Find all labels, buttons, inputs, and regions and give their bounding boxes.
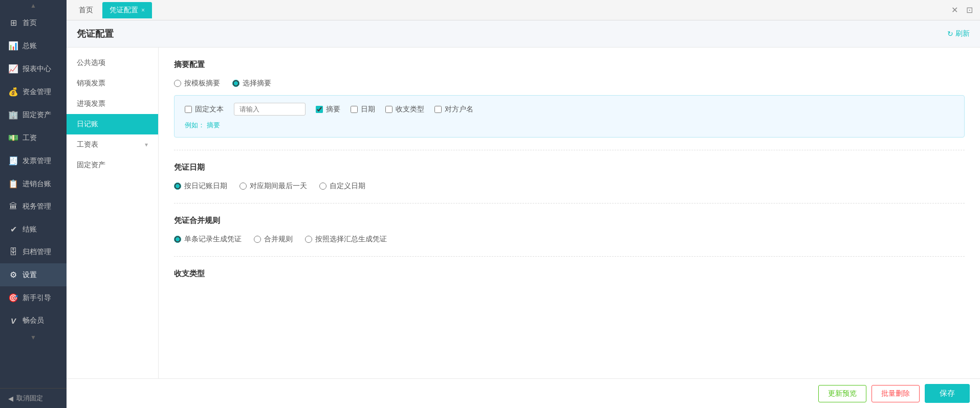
checkbox-fixed-text[interactable]: 固定文本 (185, 105, 224, 114)
sidebar-item-inout[interactable]: 📋 进销台账 (0, 172, 67, 195)
radio-custom-date[interactable]: 自定义日期 (319, 182, 365, 191)
sidebar-item-invoice[interactable]: 🧾 发票管理 (0, 149, 67, 172)
radio-summary-generate-input[interactable] (305, 236, 312, 243)
settings-icon: ⚙ (8, 270, 18, 280)
pin-icon: ◀ (8, 395, 13, 402)
bottom-action-bar: 更新预览 批量删除 保存 (67, 378, 980, 408)
checkbox-counterparty[interactable]: 对方户名 (434, 105, 473, 114)
radio-select-summary-input[interactable] (232, 80, 239, 87)
guide-icon: 🎯 (8, 293, 18, 303)
radio-merge-rule-input[interactable] (254, 236, 261, 243)
summary-config-section: 摘要配置 按模板摘要 选择摘要 (174, 60, 965, 150)
radio-last-day[interactable]: 对应期间最后一天 (239, 182, 307, 191)
summary-config-title: 摘要配置 (174, 60, 965, 70)
sidebar-item-tax[interactable]: 🏛 税务管理 (0, 195, 67, 218)
sidebar-scroll-down[interactable]: ▼ (0, 332, 67, 343)
tabs-bar: 首页 凭证配置 × ✕ ⊡ (67, 0, 980, 20)
sidebar-item-funds[interactable]: 💰 资金管理 (0, 80, 67, 103)
checkbox-fixed-text-input[interactable] (185, 106, 192, 113)
radio-custom-date-input[interactable] (319, 183, 326, 190)
sidebar-item-home[interactable]: ⊞ 首页 (0, 11, 67, 34)
invoice-icon: 🧾 (8, 156, 18, 166)
checkbox-income-type[interactable]: 收支类型 (385, 105, 424, 114)
left-nav: 公共选项 销项发票 进项发票 日记账 工资表 ▾ 固定资产 (67, 48, 159, 378)
radio-select-summary[interactable]: 选择摘要 (232, 79, 271, 88)
sidebar-item-member[interactable]: V 畅会员 (0, 309, 67, 332)
merge-rule-section: 凭证合并规则 单条记录生成凭证 合并规则 按照选择汇总生成凭证 (174, 216, 965, 257)
checkbox-counterparty-input[interactable] (434, 106, 442, 113)
radio-by-journal-date-input[interactable] (174, 183, 181, 190)
example-text: 例如： 摘要 (185, 121, 954, 130)
income-type-section: 收支类型 (174, 269, 965, 300)
sidebar-item-archive[interactable]: 🗄 归档管理 (0, 241, 67, 263)
voucher-date-title: 凭证日期 (174, 163, 965, 172)
home-icon: ⊞ (8, 18, 18, 28)
radio-by-journal-date[interactable]: 按日记账日期 (174, 182, 227, 191)
assets-icon: 🏢 (8, 110, 18, 120)
left-nav-payroll[interactable]: 工资表 ▾ (67, 134, 158, 155)
sidebar-item-guide[interactable]: 🎯 新手引导 (0, 286, 67, 309)
sidebar-scroll-up[interactable]: ▲ (0, 0, 67, 11)
summary-config-box: 固定文本 摘要 日期 (174, 95, 965, 138)
tab-home[interactable]: 首页 (72, 2, 100, 18)
income-type-title: 收支类型 (174, 269, 965, 279)
tab-voucher-config[interactable]: 凭证配置 × (102, 2, 152, 18)
tab-close-button[interactable]: × (141, 7, 145, 14)
left-nav-journal[interactable]: 日记账 (67, 114, 158, 134)
checkbox-date[interactable]: 日期 (351, 105, 375, 114)
merge-rule-radio-group: 单条记录生成凭证 合并规则 按照选择汇总生成凭证 (174, 235, 965, 244)
summary-radio-group: 按模板摘要 选择摘要 (174, 79, 965, 88)
main-area: 首页 凭证配置 × ✕ ⊡ 凭证配置 ↻ 刷新 公共选项 (67, 0, 980, 408)
ledger-icon: 📊 (8, 41, 18, 51)
radio-last-day-input[interactable] (239, 183, 247, 190)
checkbox-date-input[interactable] (351, 106, 358, 113)
merge-rule-title: 凭证合并规则 (174, 216, 965, 225)
sidebar-item-settings[interactable]: ⚙ 设置 (0, 263, 67, 286)
page-title: 凭证配置 (77, 28, 114, 40)
sidebar: ▲ ⊞ 首页 📊 总账 📈 报表中心 💰 资金管理 🏢 固定资产 💵 工资 🧾 … (0, 0, 67, 408)
sidebar-item-reports[interactable]: 📈 报表中心 (0, 57, 67, 80)
radio-single-record[interactable]: 单条记录生成凭证 (174, 235, 242, 244)
radio-single-record-input[interactable] (174, 236, 181, 243)
refresh-icon: ↻ (947, 30, 953, 38)
voucher-date-section: 凭证日期 按日记账日期 对应期间最后一天 自定义日期 (174, 163, 965, 203)
sidebar-item-assets[interactable]: 🏢 固定资产 (0, 103, 67, 126)
chevron-down-icon: ▾ (145, 141, 148, 148)
tabs-right-actions: ✕ ⊡ (949, 4, 975, 16)
checkbox-summary[interactable]: 摘要 (316, 105, 340, 114)
left-nav-common[interactable]: 公共选项 (67, 53, 158, 73)
summary-checkboxes-row: 固定文本 摘要 日期 (185, 103, 954, 116)
checkbox-income-type-input[interactable] (385, 106, 393, 113)
refresh-button[interactable]: ↻ 刷新 (947, 29, 970, 38)
window-close-button[interactable]: ✕ (949, 4, 960, 16)
page-header: 凭证配置 ↻ 刷新 (67, 20, 980, 48)
radio-template-summary-input[interactable] (174, 80, 181, 87)
reports-icon: 📈 (8, 64, 18, 74)
sidebar-item-ledger[interactable]: 📊 总账 (0, 34, 67, 57)
right-content: 摘要配置 按模板摘要 选择摘要 (159, 48, 980, 378)
checkout-icon: ✔ (8, 224, 18, 234)
left-nav-purchase-invoice[interactable]: 进项发票 (67, 94, 158, 114)
sidebar-item-checkout[interactable]: ✔ 结账 (0, 218, 67, 241)
inout-icon: 📋 (8, 179, 18, 189)
archive-icon: 🗄 (8, 247, 18, 257)
left-nav-fixed-assets[interactable]: 固定资产 (67, 155, 158, 175)
checkbox-summary-input[interactable] (316, 106, 323, 113)
update-preview-button[interactable]: 更新预览 (818, 385, 866, 402)
funds-icon: 💰 (8, 87, 18, 97)
member-icon: V (8, 316, 18, 325)
radio-merge-rule[interactable]: 合并规则 (254, 235, 293, 244)
content-layout: 公共选项 销项发票 进项发票 日记账 工资表 ▾ 固定资产 (67, 48, 980, 378)
radio-template-summary[interactable]: 按模板摘要 (174, 79, 220, 88)
save-button[interactable]: 保存 (925, 384, 970, 403)
radio-summary-generate[interactable]: 按照选择汇总生成凭证 (305, 235, 387, 244)
fixed-text-input[interactable] (234, 103, 306, 116)
salary-icon: 💵 (8, 133, 18, 143)
sidebar-unpin-button[interactable]: ◀ 取消固定 (0, 388, 67, 408)
batch-delete-button[interactable]: 批量删除 (872, 385, 920, 402)
left-nav-sales-invoice[interactable]: 销项发票 (67, 73, 158, 94)
page-content: 凭证配置 ↻ 刷新 公共选项 销项发票 进项发票 日记账 (67, 20, 980, 408)
window-resize-button[interactable]: ⊡ (964, 4, 975, 16)
sidebar-item-salary[interactable]: 💵 工资 (0, 126, 67, 149)
voucher-date-radio-group: 按日记账日期 对应期间最后一天 自定义日期 (174, 182, 965, 191)
